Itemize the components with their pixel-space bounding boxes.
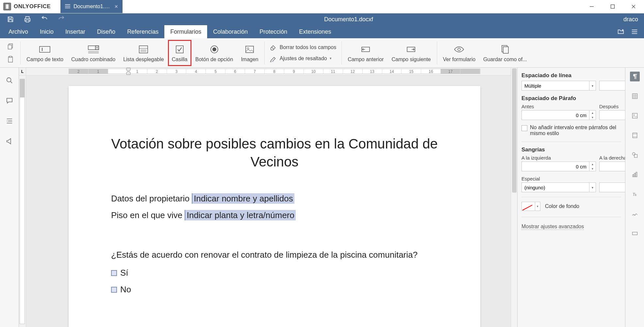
document-page[interactable]: Votación sobre posibles cambios en la Co… <box>69 86 480 327</box>
svg-point-22 <box>247 47 249 49</box>
checkbox-button[interactable]: Casilla <box>168 40 191 66</box>
document-canvas[interactable]: 21 123 4567 891011 12131415 1617 Votació… <box>26 68 511 327</box>
headings-icon[interactable] <box>5 117 14 125</box>
show-advanced-link[interactable]: Mostrar ajustes avanzados <box>521 224 584 230</box>
svg-point-29 <box>7 78 11 82</box>
close-button[interactable] <box>623 0 644 13</box>
svg-rect-21 <box>246 46 254 53</box>
special-indent-select[interactable]: ▾ <box>521 182 596 192</box>
tab-title: Documento1.doc... <box>74 4 111 9</box>
owner-name-field[interactable]: Indicar nombre y apellidos <box>192 193 294 204</box>
menu-formularios[interactable]: Formularios <box>164 25 207 38</box>
menu-colaboracion[interactable]: Colaboración <box>207 25 254 38</box>
owner-line: Datos del propietario Indicar nombre y a… <box>111 194 438 204</box>
quick-access-toolbar: Documento1.docxf draco <box>0 13 644 25</box>
spacing-before-stepper[interactable]: ▲▼ <box>521 110 596 120</box>
svg-rect-5 <box>8 45 12 49</box>
feedback-icon[interactable] <box>5 137 14 146</box>
checkbox-no[interactable] <box>111 287 117 293</box>
no-space-same-style-option[interactable]: No añadir intervalo entre párrafos del m… <box>521 125 621 136</box>
document-tab[interactable]: Documento1.doc... × <box>60 0 123 13</box>
chevron-down-icon[interactable]: ▾ <box>535 202 540 211</box>
image-button[interactable]: Imagen <box>237 40 262 66</box>
clear-all-fields-button[interactable]: Borrar todos los campos <box>270 44 336 51</box>
right-settings-strip: Ta <box>625 68 644 327</box>
floor-field[interactable]: Indicar planta y letra/número <box>185 210 296 220</box>
app-name: ONLYOFFICE <box>14 3 51 10</box>
checkbox-icon[interactable] <box>521 125 527 131</box>
next-field-button[interactable]: Campo siguiente <box>388 40 435 66</box>
svg-rect-7 <box>9 56 11 57</box>
textart-settings-icon[interactable]: Ta <box>630 189 640 199</box>
indent-left-stepper[interactable]: ▲▼ <box>521 162 596 171</box>
svg-rect-38 <box>633 133 637 138</box>
app-brand: ONLYOFFICE <box>0 0 60 13</box>
comments-icon[interactable] <box>5 96 14 105</box>
menu-extensiones[interactable]: Extensiones <box>293 25 337 38</box>
svg-text:a: a <box>635 193 636 197</box>
undo-icon[interactable] <box>40 15 49 24</box>
print-icon[interactable] <box>23 15 32 24</box>
text-field-button[interactable]: Campo de texto <box>23 40 67 66</box>
form-settings-icon[interactable] <box>630 229 640 238</box>
app-logo-icon <box>3 3 11 10</box>
svg-rect-18 <box>176 46 183 53</box>
chart-settings-icon[interactable] <box>630 170 640 180</box>
menu-referencias[interactable]: Referencias <box>121 25 164 38</box>
svg-rect-44 <box>634 173 635 177</box>
vertical-ruler[interactable] <box>20 79 25 324</box>
minimize-button[interactable] <box>581 0 602 13</box>
special-label: Especial <box>521 176 621 181</box>
svg-rect-1 <box>611 5 615 9</box>
menu-proteccion[interactable]: Protección <box>254 25 293 38</box>
paste-icon[interactable] <box>6 56 15 63</box>
line-spacing-type-input[interactable] <box>522 81 589 90</box>
svg-point-37 <box>633 114 634 115</box>
svg-rect-48 <box>632 232 637 235</box>
ruler-corner[interactable]: L <box>19 68 26 76</box>
table-settings-icon[interactable] <box>630 91 640 101</box>
signature-settings-icon[interactable] <box>630 209 640 219</box>
scrollbar-thumb[interactable] <box>512 68 517 193</box>
svg-point-41 <box>632 153 635 155</box>
copy-icon[interactable] <box>6 43 15 50</box>
highlight-settings-button[interactable]: Ajustes de resaltado ▾ <box>270 55 336 62</box>
chevron-down-icon[interactable]: ▾ <box>589 183 596 192</box>
menu-insertar[interactable]: Insertar <box>59 25 91 38</box>
menu-inicio[interactable]: Inicio <box>34 25 59 38</box>
maximize-button[interactable] <box>602 0 623 13</box>
find-icon[interactable] <box>5 76 14 85</box>
line-spacing-type-select[interactable]: ▾ <box>521 81 596 91</box>
svg-point-20 <box>212 47 216 51</box>
view-form-button[interactable]: Ver formulario <box>439 40 480 66</box>
save-as-oform-button[interactable]: Guardar como of... <box>479 40 531 66</box>
vertical-scrollbar[interactable] <box>511 68 517 327</box>
save-icon[interactable] <box>6 15 15 24</box>
paragraph-settings-icon[interactable] <box>630 72 640 81</box>
radio-button[interactable]: Botón de opción <box>191 40 237 66</box>
user-name[interactable]: draco <box>623 16 638 23</box>
svg-rect-45 <box>636 172 637 177</box>
menubar: Archivo Inicio Insertar Diseño Referenci… <box>0 25 644 38</box>
checkbox-yes[interactable] <box>111 270 117 276</box>
ribbon-formularios: Campo de texto Cuadro combinado Lista de… <box>0 38 644 68</box>
chevron-down-icon[interactable]: ▾ <box>589 81 596 90</box>
bg-color-swatch[interactable]: ▾ <box>521 202 540 211</box>
document-title: Documento1.docxf <box>74 16 623 23</box>
svg-line-30 <box>10 81 12 83</box>
view-settings-icon[interactable] <box>631 28 638 35</box>
prev-field-button[interactable]: Campo anterior <box>344 40 388 66</box>
svg-rect-31 <box>632 94 637 99</box>
combo-box-button[interactable]: Cuadro combinado <box>67 40 119 66</box>
menu-diseno[interactable]: Diseño <box>91 25 121 38</box>
menu-archivo[interactable]: Archivo <box>3 25 34 38</box>
redo-icon[interactable] <box>57 15 66 24</box>
dropdown-list-button[interactable]: Lista desplegable <box>119 40 168 66</box>
header-footer-icon[interactable] <box>630 130 640 140</box>
shape-settings-icon[interactable] <box>630 150 640 160</box>
open-location-icon[interactable] <box>617 28 624 35</box>
tab-close-icon[interactable]: × <box>114 3 118 10</box>
indent-marker-icon[interactable] <box>126 68 131 76</box>
image-settings-icon[interactable] <box>630 111 640 121</box>
para-spacing-label: Espaciado de Párafo <box>521 95 621 102</box>
